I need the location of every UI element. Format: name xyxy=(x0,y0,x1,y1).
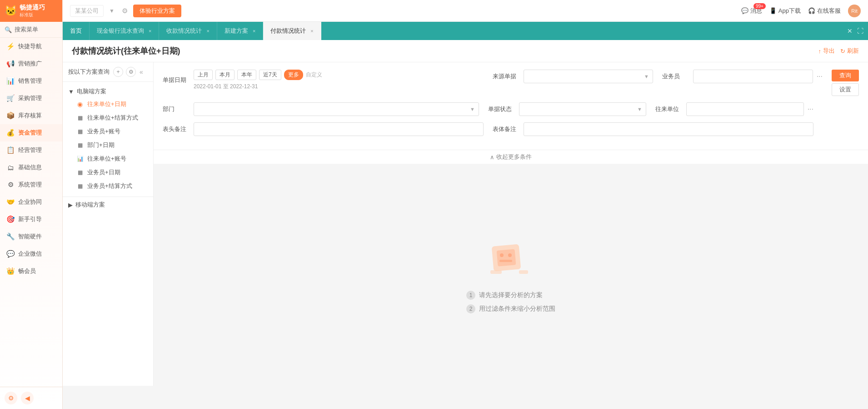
scheme-item-2[interactable]: ▦ 往来单位+结算方式 xyxy=(63,111,153,125)
mobile-scheme-group[interactable]: ▶ 移动端方案 xyxy=(63,197,153,212)
date-last-7-days-btn[interactable]: 近7天 xyxy=(259,70,281,80)
user-name: Rit xyxy=(851,8,857,14)
tabbar-actions: ✕ ⛶ xyxy=(843,22,868,40)
collapse-label: 收起更多条件 xyxy=(496,153,532,161)
maximize-btn[interactable]: ⛶ xyxy=(857,27,863,35)
topbar-gear-icon[interactable]: ⚙ xyxy=(122,7,128,15)
sales-icon: 📊 xyxy=(6,77,15,85)
export-icon: ↑ xyxy=(818,48,822,55)
date-last-month-btn[interactable]: 上月 xyxy=(194,70,213,80)
tab-payment-stats-close[interactable]: × xyxy=(310,28,313,34)
main-content: 某某公司 ▼ ⚙ 体验行业方案 💬 消息 99+ 📱 App下载 🎧 在线客服 … xyxy=(63,0,868,409)
tab-home[interactable]: 首页 xyxy=(63,22,90,40)
query-btn[interactable]: 查询 xyxy=(832,70,859,81)
page-content: 付款情况统计(往来单位+日期) ↑ 导出 ↻ 刷新 按以下方案查询 + xyxy=(63,40,868,409)
scheme-item-3[interactable]: ▦ 业务员+账号 xyxy=(63,125,153,138)
close-all-tabs-btn[interactable]: ✕ xyxy=(847,27,853,35)
sidebar-footer: ⚙ ◀ xyxy=(0,387,62,409)
sidebar-item-quick-nav[interactable]: ⚡ 快捷导航 xyxy=(0,38,62,55)
scheme-item-6[interactable]: ▦ 业务员+日期 xyxy=(63,166,153,179)
scheme-list: ◉ 往来单位+日期 ▦ 往来单位+结算方式 ▦ 业务员+账号 ▦ xyxy=(63,97,153,193)
user-avatar[interactable]: Rit xyxy=(848,5,861,17)
export-btn[interactable]: ↑ 导出 xyxy=(818,47,835,55)
scheme-item-label: 往来单位+结算方式 xyxy=(87,114,138,122)
salesperson-dots-btn[interactable]: ··· xyxy=(817,72,823,81)
counterpart-dots-btn[interactable]: ··· xyxy=(808,105,813,113)
body-note-input[interactable] xyxy=(524,122,813,136)
tab-receipts-stats[interactable]: 收款情况统计 × xyxy=(159,22,217,40)
service-icon: 🎧 xyxy=(808,7,815,14)
filter-panel: 按以下方案查询 + ⚙ « ▼ 电脑端方案 ◉ 往来单位 xyxy=(63,62,868,386)
scheme-item-1[interactable]: ◉ 往来单位+日期 xyxy=(63,97,153,111)
message-badge: 99+ xyxy=(753,3,766,9)
counterpart-input[interactable] xyxy=(686,102,804,116)
sidebar-item-sales[interactable]: 📊 销售管理 xyxy=(0,72,62,90)
sidebar-collapse-btn[interactable]: ◀ xyxy=(21,392,34,404)
scheme-panel: 按以下方案查询 + ⚙ « ▼ 电脑端方案 ◉ 往来单位 xyxy=(63,62,154,386)
desktop-group-title[interactable]: ▼ 电脑端方案 xyxy=(63,86,153,97)
company-name: 某某公司 xyxy=(70,5,104,17)
online-service-btn[interactable]: 🎧 在线客服 xyxy=(808,7,841,15)
company-dropdown-arrow[interactable]: ▼ xyxy=(109,8,115,14)
app-download-icon: 📱 xyxy=(769,7,777,14)
add-scheme-btn[interactable]: + xyxy=(113,67,123,77)
sidebar-item-system[interactable]: ⚙ 系统管理 xyxy=(0,176,62,193)
header-note-field: 表头备注 xyxy=(163,122,484,136)
query-row-2: 部门 ▼ 单据状态 ▼ xyxy=(163,102,859,116)
sidebar-logo: 🐱 畅捷通巧 标准版 xyxy=(0,0,62,22)
collapse-conditions-btn[interactable]: ∧ 收起更多条件 xyxy=(154,150,868,164)
department-label: 部门 xyxy=(163,105,190,113)
sidebar-item-finance[interactable]: 💰 资金管理 xyxy=(0,124,62,141)
tab-payment-stats[interactable]: 付款情况统计 × xyxy=(263,22,321,40)
sidebar-item-operation[interactable]: 📋 经营管理 xyxy=(0,141,62,159)
doc-status-label: 单据状态 xyxy=(488,105,515,113)
sidebar-item-inventory[interactable]: 📦 库存核算 xyxy=(0,107,62,124)
sidebar-item-guide[interactable]: 🎯 新手引导 xyxy=(0,211,62,228)
sidebar-item-purchase[interactable]: 🛒 采购管理 xyxy=(0,90,62,107)
tab-new-scheme-close[interactable]: × xyxy=(253,28,255,34)
sidebar-item-member[interactable]: 👑 畅会员 xyxy=(0,263,62,280)
salesperson-input[interactable] xyxy=(693,70,813,83)
refresh-btn[interactable]: ↻ 刷新 xyxy=(840,47,859,55)
date-options: 上月 本月 本年 近7天 更多 自定义 xyxy=(194,70,484,80)
tab-new-scheme[interactable]: 新建方案 × xyxy=(217,22,263,40)
scheme-item-5[interactable]: 📊 往来单位+账号 xyxy=(63,152,153,166)
sidebar-item-wechat[interactable]: 💬 企业微信 xyxy=(0,245,62,263)
collapse-icon: ∧ xyxy=(490,154,494,161)
search-menu[interactable]: 🔍 搜索菜单 xyxy=(0,22,62,38)
department-select[interactable]: ▼ xyxy=(194,102,479,116)
source-doc-select[interactable]: ▼ xyxy=(524,70,653,83)
query-btn-group: 查询 设置 xyxy=(832,70,859,96)
dept-arrow: ▼ xyxy=(470,106,475,112)
scheme-collapse-btn[interactable]: « xyxy=(140,68,143,76)
tab-receipts-close[interactable]: × xyxy=(206,28,209,34)
tab-bank-flow[interactable]: 现金银行流水查询 × xyxy=(90,22,159,40)
sidebar-item-basic[interactable]: 🗂 基础信息 xyxy=(0,159,62,176)
app-download-btn[interactable]: 📱 App下载 xyxy=(769,7,801,15)
search-icon: 🔍 xyxy=(5,26,12,33)
sidebar-item-hardware[interactable]: 🔧 智能硬件 xyxy=(0,228,62,245)
scheme-item-7[interactable]: ▦ 业务员+结算方式 xyxy=(63,179,153,193)
sidebar-item-marketing[interactable]: 📢 营销推广 xyxy=(0,55,62,72)
tab-bank-flow-close[interactable]: × xyxy=(149,28,151,34)
date-this-month-btn[interactable]: 本月 xyxy=(215,70,234,80)
sidebar-item-label: 系统管理 xyxy=(18,181,42,189)
mobile-group-label: 移动端方案 xyxy=(75,201,105,209)
sidebar-item-label: 快捷导航 xyxy=(18,42,42,50)
header-note-input[interactable] xyxy=(194,122,484,136)
sidebar-settings-btn[interactable]: ⚙ xyxy=(5,392,17,404)
purchase-icon: 🛒 xyxy=(6,94,15,102)
settings-btn[interactable]: 设置 xyxy=(832,83,859,96)
date-this-year-btn[interactable]: 本年 xyxy=(237,70,256,80)
messages-btn[interactable]: 💬 消息 99+ xyxy=(741,7,762,15)
sidebar-item-cooperation[interactable]: 🤝 企业协同 xyxy=(0,193,62,211)
empty-hints: 1 请先选择要分析的方案 2 用过滤条件来缩小分析范围 xyxy=(466,291,555,313)
scheme-item-4[interactable]: ▦ 部门+日期 xyxy=(63,138,153,152)
desktop-scheme-group: ▼ 电脑端方案 ◉ 往来单位+日期 ▦ 往来单位+结算方式 ▦ xyxy=(63,82,153,197)
scheme-icon-7: ▦ xyxy=(76,182,84,190)
date-more-btn[interactable]: 更多 xyxy=(284,70,303,80)
doc-status-select[interactable]: ▼ xyxy=(519,102,646,116)
tab-payment-stats-label: 付款情况统计 xyxy=(270,27,306,35)
scheme-settings-btn[interactable]: ⚙ xyxy=(126,67,136,77)
trial-btn[interactable]: 体验行业方案 xyxy=(133,5,181,17)
